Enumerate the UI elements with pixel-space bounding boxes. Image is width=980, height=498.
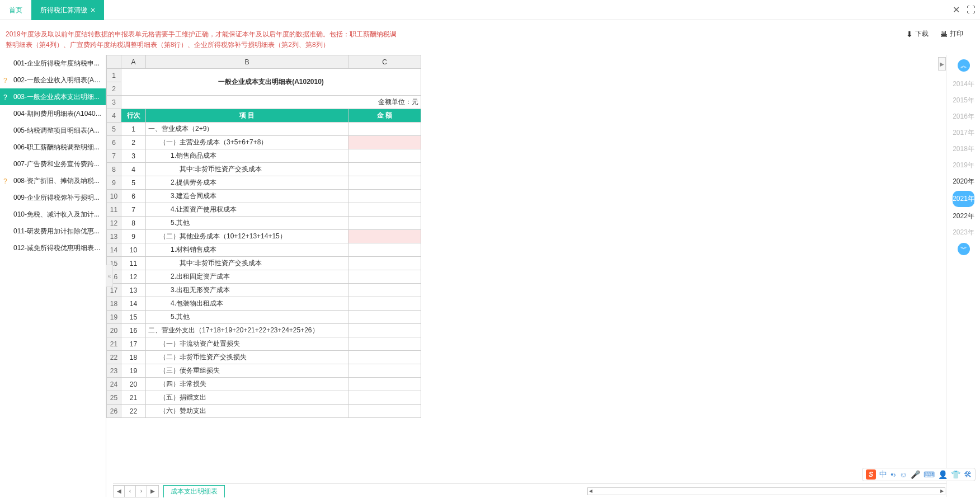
cell-line-number[interactable]: 14 <box>121 297 146 311</box>
sheet-hscroll-bar[interactable] <box>587 487 945 495</box>
sidebar-item-1[interactable]: ?002-一般企业收入明细表(A10... <box>0 72 106 88</box>
row-header[interactable]: 2 <box>107 82 121 96</box>
row-header[interactable]: 6 <box>107 136 121 149</box>
cell-line-number[interactable]: 9 <box>121 230 146 243</box>
row-header[interactable]: 19 <box>107 311 121 324</box>
corner-cell[interactable] <box>107 55 121 69</box>
cell-line-number[interactable]: 20 <box>121 378 146 391</box>
ime-punct-icon[interactable]: •› <box>891 470 896 479</box>
cell-amount[interactable] <box>348 230 421 243</box>
cell-amount[interactable] <box>348 217 421 230</box>
cell-amount[interactable] <box>348 203 421 217</box>
sidebar-item-6[interactable]: 007-广告费和业务宣传费跨... <box>0 156 106 172</box>
expand-right-icon[interactable]: ▶ <box>938 57 946 71</box>
sidebar-item-5[interactable]: 006-职工薪酬纳税调整明细... <box>0 139 106 156</box>
download-button[interactable]: ⬇下载 <box>906 29 929 39</box>
sidebar-item-9[interactable]: 010-免税、减计收入及加计... <box>0 206 106 223</box>
cell-item[interactable]: 5.其他 <box>146 311 348 324</box>
tab-home[interactable]: 首页 <box>0 0 31 20</box>
sidebar-item-0[interactable]: 001-企业所得税年度纳税申... <box>0 55 106 72</box>
tab-active[interactable]: 所得税汇算清缴 × <box>31 0 104 20</box>
cell-item[interactable]: 5.其他 <box>146 217 348 230</box>
cell-item[interactable]: 4.让渡资产使用权成本 <box>146 203 348 217</box>
cell-line-number[interactable]: 13 <box>121 284 146 297</box>
cell-line-number[interactable]: 6 <box>121 190 146 203</box>
cell-amount[interactable] <box>348 123 421 136</box>
cell-amount[interactable] <box>348 297 421 311</box>
row-header[interactable]: 22 <box>107 351 121 364</box>
cell-line-number[interactable]: 11 <box>121 257 146 270</box>
cell-line-number[interactable]: 19 <box>121 364 146 378</box>
cell-line-number[interactable]: 18 <box>121 351 146 364</box>
cell-amount[interactable] <box>348 391 421 405</box>
cell-item[interactable]: 2.出租固定资产成本 <box>146 270 348 284</box>
cell-amount[interactable] <box>348 257 421 270</box>
year-item-2018年[interactable]: 2018年 <box>950 141 977 157</box>
year-item-2016年[interactable]: 2016年 <box>950 109 977 125</box>
sidebar-item-4[interactable]: 005-纳税调整项目明细表(A... <box>0 122 106 139</box>
cell-line-number[interactable]: 22 <box>121 405 146 418</box>
cell-item[interactable]: 2.提供劳务成本 <box>146 176 348 190</box>
ime-user-icon[interactable]: 👤 <box>938 470 948 479</box>
cell-amount[interactable] <box>348 190 421 203</box>
ime-toolbar[interactable]: S 中 •› ☺ 🎤 ⌨ 👤 👕 🛠 <box>862 468 976 481</box>
cell-item[interactable]: 其中:非货币性资产交换成本 <box>146 257 348 270</box>
row-header[interactable]: 8 <box>107 163 121 176</box>
year-item-2021年[interactable]: 2021年 <box>953 191 974 207</box>
row-header[interactable]: 10 <box>107 190 121 203</box>
cell-line-number[interactable]: 7 <box>121 203 146 217</box>
cell-item[interactable]: （二）非货币性资产交换损失 <box>146 351 348 364</box>
cell-line-number[interactable]: 21 <box>121 391 146 405</box>
cell-amount[interactable] <box>348 136 421 149</box>
cell-amount[interactable] <box>348 176 421 190</box>
row-header[interactable]: 21 <box>107 337 121 351</box>
cell-amount[interactable] <box>348 337 421 351</box>
cell-line-number[interactable]: 1 <box>121 123 146 136</box>
cell-amount[interactable] <box>348 324 421 337</box>
row-header[interactable]: 24 <box>107 378 121 391</box>
cell-item[interactable]: （一）非流动资产处置损失 <box>146 337 348 351</box>
cell-line-number[interactable]: 17 <box>121 337 146 351</box>
cell-amount[interactable] <box>348 351 421 364</box>
cell-amount[interactable] <box>348 284 421 297</box>
cell-item[interactable]: （六）赞助支出 <box>146 405 348 418</box>
cell-line-number[interactable]: 8 <box>121 217 146 230</box>
sheet-next-icon[interactable]: › <box>136 486 147 497</box>
col-header-A[interactable]: A <box>121 55 146 69</box>
cell-item[interactable]: （一）主营业务成本（3+5+6+7+8） <box>146 136 348 149</box>
col-header-B[interactable]: B <box>146 55 348 69</box>
cell-line-number[interactable]: 4 <box>121 163 146 176</box>
fullscreen-icon[interactable]: ⛶ <box>967 5 976 15</box>
cell-item[interactable]: 其中:非货币性资产交换成本 <box>146 163 348 176</box>
sidebar-item-3[interactable]: 004-期间费用明细表(A1040... <box>0 105 106 122</box>
row-header[interactable]: 26 <box>107 405 121 418</box>
cell-item[interactable]: 二、营业外支出（17+18+19+20+21+22+23+24+25+26） <box>146 324 348 337</box>
cell-line-number[interactable]: 15 <box>121 311 146 324</box>
year-item-2017年[interactable]: 2017年 <box>950 125 977 141</box>
close-icon[interactable]: × <box>91 0 95 20</box>
cell-amount[interactable] <box>348 378 421 391</box>
sidebar-item-11[interactable]: 012-减免所得税优惠明细表(... <box>0 239 106 256</box>
row-header[interactable]: 5 <box>107 123 121 136</box>
row-header[interactable]: 12 <box>107 217 121 230</box>
ime-tools-icon[interactable]: 🛠 <box>964 470 972 479</box>
year-item-2022年[interactable]: 2022年 <box>950 208 977 224</box>
cell-item[interactable]: （五）捐赠支出 <box>146 391 348 405</box>
ime-keyboard-icon[interactable]: ⌨ <box>924 470 935 479</box>
row-header[interactable]: 1 <box>107 69 121 82</box>
cell-item[interactable]: 一、营业成本（2+9） <box>146 123 348 136</box>
year-item-2014年[interactable]: 2014年 <box>950 76 977 92</box>
ime-skin-icon[interactable]: 👕 <box>951 470 960 479</box>
cell-amount[interactable] <box>348 270 421 284</box>
row-header[interactable]: 25 <box>107 391 121 405</box>
cell-item[interactable]: 3.出租无形资产成本 <box>146 284 348 297</box>
cell-line-number[interactable]: 3 <box>121 149 146 163</box>
ime-lang-label[interactable]: 中 <box>879 469 887 480</box>
cell-line-number[interactable]: 16 <box>121 324 146 337</box>
cell-amount[interactable] <box>348 243 421 257</box>
sheet-last-icon[interactable]: ▶ <box>147 486 158 497</box>
ime-mic-icon[interactable]: 🎤 <box>911 470 920 479</box>
cell-item[interactable]: 1.材料销售成本 <box>146 243 348 257</box>
cell-item[interactable]: （三）债务重组损失 <box>146 364 348 378</box>
year-item-2020年[interactable]: 2020年 <box>950 173 977 190</box>
